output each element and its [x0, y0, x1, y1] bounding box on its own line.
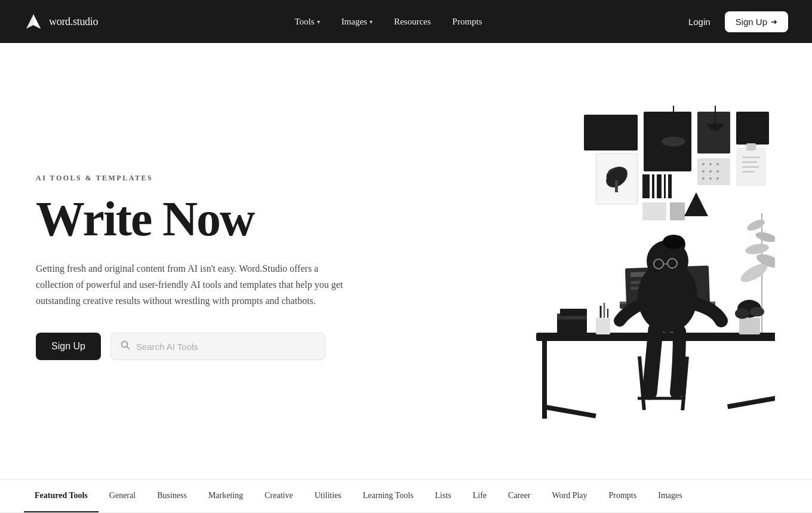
- nav-link-images[interactable]: Images ▾: [333, 12, 381, 32]
- svg-point-16: [716, 177, 719, 180]
- chevron-down-icon: ▾: [370, 19, 373, 25]
- category-item[interactable]: General: [99, 480, 146, 512]
- svg-point-11: [702, 170, 705, 173]
- svg-point-44: [755, 231, 775, 244]
- hero-content: AI TOOLS & TEMPLATES Write Now Getting f…: [36, 174, 442, 361]
- svg-rect-22: [742, 171, 754, 173]
- category-item[interactable]: Learning Tools: [352, 480, 425, 512]
- svg-line-3: [127, 347, 129, 349]
- svg-rect-35: [664, 174, 666, 198]
- svg-point-9: [709, 163, 712, 165]
- svg-rect-20: [742, 161, 757, 163]
- hero-image: [465, 106, 775, 428]
- svg-rect-33: [652, 174, 654, 198]
- svg-rect-37: [642, 202, 666, 220]
- svg-rect-6: [736, 112, 769, 145]
- svg-point-69: [735, 308, 749, 319]
- nav-link-tools[interactable]: Tools ▾: [287, 12, 328, 32]
- svg-rect-38: [670, 202, 685, 220]
- category-item[interactable]: Creative: [254, 480, 303, 512]
- svg-point-8: [702, 163, 705, 165]
- svg-point-13: [716, 170, 719, 173]
- svg-rect-36: [668, 174, 672, 198]
- category-bar: Featured ToolsGeneralBusinessMarketingCr…: [0, 479, 812, 513]
- svg-rect-21: [742, 166, 759, 168]
- logo-icon: [24, 12, 43, 31]
- svg-rect-52: [543, 404, 596, 419]
- chevron-down-icon: ▾: [317, 19, 320, 25]
- category-item[interactable]: Business: [146, 480, 198, 512]
- hero-section: AI TOOLS & TEMPLATES Write Now Getting f…: [0, 43, 812, 479]
- svg-rect-53: [727, 395, 775, 409]
- svg-point-14: [702, 177, 705, 180]
- search-input[interactable]: [136, 342, 315, 352]
- svg-point-15: [709, 177, 712, 180]
- search-container: [110, 333, 325, 360]
- svg-rect-23: [584, 115, 638, 150]
- svg-rect-32: [642, 174, 650, 198]
- hero-eyebrow: AI TOOLS & TEMPLATES: [36, 174, 442, 183]
- category-item[interactable]: Life: [462, 480, 497, 512]
- arrow-right-icon: ➜: [771, 17, 777, 26]
- category-item[interactable]: Prompts: [598, 480, 648, 512]
- signup-hero-button[interactable]: Sign Up: [36, 333, 101, 360]
- category-item[interactable]: Images: [647, 480, 693, 512]
- site-logo[interactable]: word.studio: [24, 12, 98, 31]
- nav-link-prompts[interactable]: Prompts: [444, 12, 491, 32]
- nav-link-resources[interactable]: Resources: [386, 12, 439, 32]
- navbar: word.studio Tools ▾ Images ▾ Resources P…: [0, 0, 812, 43]
- svg-rect-67: [739, 318, 760, 334]
- svg-point-10: [716, 163, 719, 165]
- nav-actions: Login Sign Up ➜: [679, 11, 788, 32]
- svg-rect-62: [560, 309, 587, 316]
- nav-links: Tools ▾ Images ▾ Resources Prompts: [287, 12, 491, 32]
- svg-point-30: [662, 137, 685, 146]
- svg-rect-19: [742, 156, 760, 158]
- svg-point-45: [746, 217, 767, 233]
- category-item[interactable]: Lists: [425, 480, 462, 512]
- hero-illustration: [442, 106, 775, 428]
- search-icon: [121, 340, 130, 352]
- signup-nav-button[interactable]: Sign Up ➜: [725, 11, 788, 32]
- svg-rect-28: [615, 180, 618, 192]
- svg-rect-18: [746, 143, 756, 150]
- hero-description: Getting fresh and original content from …: [36, 260, 358, 309]
- svg-marker-1: [33, 14, 41, 29]
- category-item[interactable]: Utilities: [304, 480, 352, 512]
- svg-point-43: [745, 242, 770, 256]
- svg-marker-39: [684, 192, 708, 216]
- svg-rect-63: [596, 318, 610, 334]
- svg-point-12: [709, 170, 712, 173]
- logo-text: word.studio: [49, 16, 98, 28]
- hero-title: Write Now: [36, 195, 442, 244]
- login-button[interactable]: Login: [679, 12, 720, 32]
- category-item[interactable]: Marketing: [198, 480, 254, 512]
- svg-rect-60: [557, 318, 587, 333]
- hero-actions: Sign Up: [36, 333, 442, 360]
- svg-rect-5: [697, 112, 730, 153]
- category-item[interactable]: Career: [497, 480, 541, 512]
- svg-rect-34: [657, 174, 662, 198]
- category-item[interactable]: Featured Tools: [24, 480, 99, 512]
- svg-point-70: [750, 307, 764, 317]
- category-item[interactable]: Word Play: [541, 480, 598, 512]
- svg-point-74: [663, 235, 684, 249]
